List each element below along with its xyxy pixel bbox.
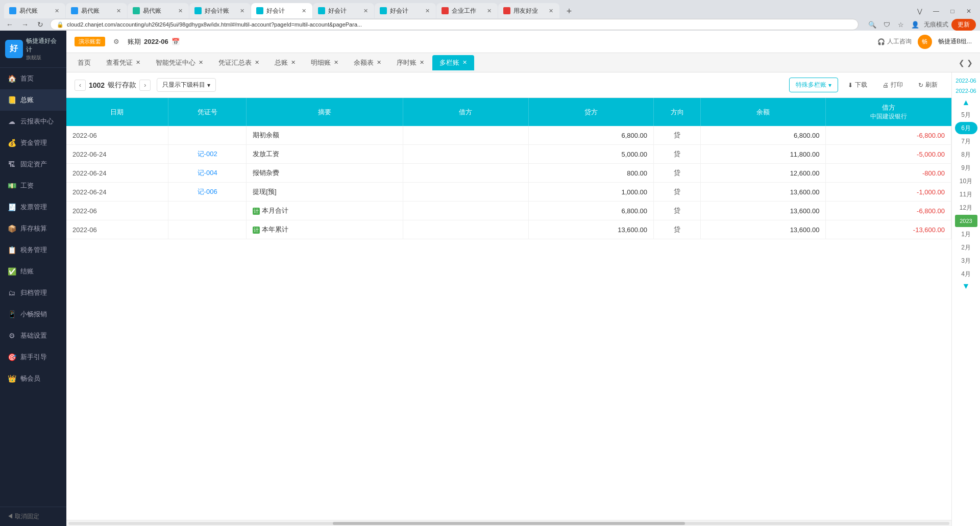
maximize-button[interactable]: □	[945, 4, 960, 18]
timeline-month-10[interactable]: 10月	[955, 175, 977, 187]
timeline-2023-month-3[interactable]: 3月	[955, 255, 977, 267]
shield-icon[interactable]: 🛡	[881, 19, 892, 30]
prev-account-button[interactable]: ‹	[75, 80, 86, 91]
search-icon[interactable]: 🔍	[867, 19, 878, 30]
refresh-button[interactable]: ↻ 刷新	[913, 78, 943, 92]
feature-btn[interactable]: 特殊多栏账 ▾	[789, 78, 838, 92]
tab-close-8[interactable]: ✕	[486, 7, 493, 15]
cell-voucher-1[interactable]: 记-002	[168, 145, 246, 164]
reload-button[interactable]: ↻	[35, 19, 46, 30]
browser-tab-6[interactable]: 好会计 ✕	[313, 3, 374, 18]
timeline-2023-month-2[interactable]: 2月	[955, 241, 977, 254]
page-tab-general-close[interactable]: ✕	[291, 59, 296, 66]
page-tab-multi-close[interactable]: ✕	[462, 59, 467, 66]
h-scrollbar-thumb[interactable]	[333, 522, 685, 525]
page-tab-balance-close[interactable]: ✕	[377, 59, 381, 66]
tab-close-2[interactable]: ✕	[115, 7, 122, 15]
cell-direction-3: 贷	[654, 183, 701, 202]
page-tab-home[interactable]: 首页	[70, 55, 98, 70]
page-tab-detail[interactable]: 明细账 ✕	[304, 55, 346, 70]
tab-close-4[interactable]: ✕	[239, 7, 246, 15]
sidebar-item-invoice[interactable]: 🧾 发票管理	[0, 196, 66, 218]
browser-tab-8[interactable]: 企业工作 ✕	[436, 3, 498, 18]
table-row: 2022-06期初余额6,800.00贷6,800.00-6,800.00	[66, 126, 951, 145]
profile-icon[interactable]: 👤	[910, 19, 921, 30]
minimize-button[interactable]: —	[929, 4, 943, 18]
tab-list-button[interactable]: ⋁	[913, 4, 927, 18]
tab-label-8: 企业工作	[452, 7, 483, 15]
filter-dropdown[interactable]: 只显示下级科目 ▾	[157, 78, 216, 92]
timeline-month-9[interactable]: 9月	[955, 162, 977, 174]
sidebar-item-archive[interactable]: 🗂 归档管理	[0, 282, 66, 304]
sidebar-item-expense[interactable]: 📱 小畅报销	[0, 304, 66, 325]
page-tab-journal-close[interactable]: ✕	[420, 59, 424, 66]
close-window-button[interactable]: ✕	[962, 4, 976, 18]
timeline-scroll-up[interactable]: ▲	[962, 98, 970, 107]
sidebar-item-inventory[interactable]: 📦 库存核算	[0, 218, 66, 239]
timeline-scroll-down[interactable]: ▼	[962, 282, 970, 291]
page-tab-general[interactable]: 总账 ✕	[267, 55, 303, 70]
browser-tab-9[interactable]: 用友好业 ✕	[498, 3, 559, 18]
browser-tab-5[interactable]: 好会计 ✕	[251, 3, 312, 18]
page-tab-detail-close[interactable]: ✕	[334, 59, 338, 66]
page-tab-summary[interactable]: 凭证汇总表 ✕	[211, 55, 266, 70]
sidebar-item-member[interactable]: 👑 畅会员	[0, 368, 66, 389]
browser-tab-2[interactable]: 易代账 ✕	[66, 3, 127, 18]
page-tab-journal[interactable]: 序时账 ✕	[389, 55, 431, 70]
page-tab-voucher[interactable]: 查看凭证 ✕	[99, 55, 148, 70]
sidebar-item-settings[interactable]: ⚙ 基础设置	[0, 325, 66, 346]
tab-close-5[interactable]: ✕	[301, 7, 307, 15]
tab-close-7[interactable]: ✕	[424, 7, 431, 15]
forward-button[interactable]: →	[19, 19, 31, 30]
tab-close-9[interactable]: ✕	[548, 7, 554, 15]
cell-voucher-3[interactable]: 记-006	[168, 183, 246, 202]
timeline-2023-month-1[interactable]: 1月	[955, 228, 977, 240]
address-input[interactable]: 🔒 cloud2.chanjet.com/accounting/uh26t264…	[50, 19, 859, 30]
timeline-month-7[interactable]: 7月	[955, 135, 977, 147]
cell-voucher-2[interactable]: 记-004	[168, 164, 246, 183]
browser-tab-7[interactable]: 好会计 ✕	[375, 3, 436, 18]
page-tab-smart-close[interactable]: ✕	[199, 59, 203, 66]
print-button[interactable]: 🖨 打印	[877, 78, 909, 92]
h-scrollbar[interactable]	[66, 520, 951, 526]
timeline-2023-month-4[interactable]: 4月	[955, 268, 977, 280]
update-button[interactable]: 更新	[951, 19, 976, 31]
sidebar-item-tax[interactable]: 📋 税务管理	[0, 239, 66, 261]
page-tab-multi[interactable]: 多栏账 ✕	[432, 55, 474, 70]
timeline-month-12[interactable]: 12月	[955, 202, 977, 214]
collapse-tabs-button[interactable]: ❮ ❯	[955, 57, 976, 69]
print-icon: 🖨	[883, 82, 889, 89]
page-tab-voucher-close[interactable]: ✕	[136, 59, 140, 66]
page-tab-smart[interactable]: 智能凭证中心 ✕	[149, 55, 210, 70]
next-account-button[interactable]: ›	[139, 80, 151, 91]
customer-service-button[interactable]: 🎧 人工咨询	[877, 37, 912, 46]
sidebar-item-report[interactable]: ☁ 云报表中心	[0, 111, 66, 132]
sidebar-item-funds[interactable]: 💰 资金管理	[0, 132, 66, 154]
timeline-month-5[interactable]: 5月	[955, 109, 977, 121]
browser-tab-1[interactable]: 易代账 ✕	[4, 3, 65, 18]
page-tab-summary-close[interactable]: ✕	[255, 59, 259, 66]
browser-tab-4[interactable]: 好会计账 ✕	[189, 3, 251, 18]
download-button[interactable]: ⬇ 下载	[842, 78, 873, 92]
timeline-month-11[interactable]: 11月	[955, 188, 977, 201]
sidebar-item-salary[interactable]: 💵 工资	[0, 175, 66, 196]
sidebar-item-close[interactable]: ✅ 结账	[0, 261, 66, 282]
page-tab-balance[interactable]: 余额表 ✕	[347, 55, 388, 70]
calendar-icon[interactable]: 📅	[172, 38, 180, 45]
sidebar-label-invoice: 发票管理	[20, 203, 47, 212]
sidebar-item-guide[interactable]: 🎯 新手引导	[0, 346, 66, 368]
sidebar-item-ledger[interactable]: 📒 总账	[0, 89, 66, 111]
tab-close-1[interactable]: ✕	[54, 7, 60, 15]
tab-close-6[interactable]: ✕	[362, 7, 369, 15]
sidebar-item-home[interactable]: 🏠 首页	[0, 68, 66, 89]
sidebar-item-assets[interactable]: 🏗 固定资产	[0, 154, 66, 175]
star-icon[interactable]: ☆	[895, 19, 906, 30]
timeline-month-6[interactable]: 6月	[955, 122, 977, 134]
new-tab-button[interactable]: +	[562, 4, 576, 18]
sidebar-unpin-button[interactable]: ◀ 取消固定	[0, 507, 66, 526]
back-button[interactable]: ←	[4, 19, 15, 30]
browser-tab-3[interactable]: 易代账 ✕	[128, 3, 189, 18]
timeline-month-8[interactable]: 8月	[955, 148, 977, 161]
topbar-settings-icon[interactable]: ⚙	[113, 38, 119, 45]
tab-close-3[interactable]: ✕	[177, 7, 184, 15]
